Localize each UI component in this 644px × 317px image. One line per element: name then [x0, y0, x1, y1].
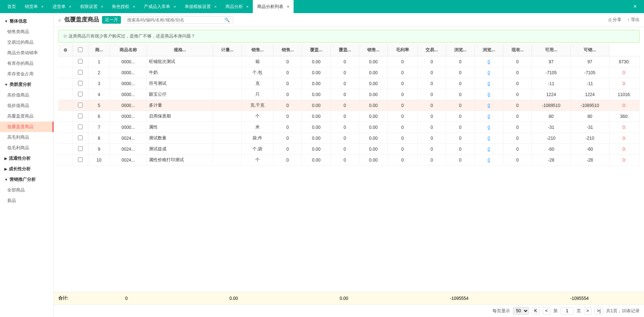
row-checkbox[interactable] — [78, 146, 83, 151]
name-column-header[interactable]: 商品名称 — [110, 44, 147, 56]
gross-column-header[interactable]: 毛利率 — [388, 44, 417, 56]
browse-link[interactable]: 0 — [488, 70, 490, 75]
nav-tab-analysis[interactable]: 商品分析 × — [221, 0, 253, 13]
row-browse1[interactable]: 0 — [475, 144, 503, 155]
row-checkbox[interactable] — [78, 135, 83, 140]
row-cell-6: 0 — [446, 89, 474, 100]
nav-tab-permissions[interactable]: 权限设置 × — [76, 0, 108, 13]
browse-link[interactable]: 0 — [488, 147, 490, 152]
header-actions: ⎙ 分享 ↑ 导出 — [609, 17, 640, 23]
browse-link[interactable]: 0 — [488, 92, 490, 97]
row-checkbox[interactable] — [78, 157, 83, 162]
sidebar-section-circulation[interactable]: ▶ 流通性分析 — [0, 153, 54, 164]
sidebar-item-low-coverage[interactable]: 低覆盖度商品 — [0, 122, 54, 132]
sidebar-collapse-button[interactable]: « — [58, 17, 61, 23]
sidebar-item-all-goods[interactable]: 全部商品 — [0, 185, 54, 195]
nav-tab-analysis-list[interactable]: 商品分析列表 × — [253, 0, 294, 13]
prev-page-button[interactable]: < — [543, 307, 550, 314]
row-browse1[interactable]: 0 — [475, 133, 503, 144]
stock1-column-header[interactable]: 现有... — [503, 44, 531, 56]
row-checkbox[interactable] — [78, 81, 83, 86]
sidebar-item-low-value[interactable]: 低价值商品 — [0, 100, 54, 111]
sidebar-item-low-profit[interactable]: 低毛利商品 — [0, 143, 54, 153]
stock2-column-header[interactable]: 可用... — [532, 44, 570, 56]
close-icon[interactable]: × — [287, 4, 289, 9]
browse-link[interactable]: 0 — [488, 158, 490, 163]
browse-link[interactable]: 0 — [488, 136, 490, 141]
close-icon[interactable]: × — [173, 4, 176, 9]
browse-link[interactable]: 0 — [488, 81, 490, 86]
row-checkbox[interactable] — [78, 103, 83, 107]
row-browse1[interactable]: 0 — [475, 100, 503, 111]
select-all-checkbox[interactable] — [78, 47, 83, 52]
export-button[interactable]: ↑ 导出 — [627, 17, 640, 23]
sidebar-item-high-coverage[interactable]: 高覆盖度商品 — [0, 111, 54, 122]
sellable-column-header[interactable]: 可销... — [570, 44, 609, 56]
nav-tab-warehouse[interactable]: 产成品入库单 × — [140, 0, 180, 13]
code-column-header[interactable]: 商... — [89, 44, 110, 56]
nav-tab-purchase[interactable]: 进货单 × — [48, 0, 76, 13]
sidebar-item-high-value[interactable]: 高价值商品 — [0, 90, 54, 100]
browse2-column-header[interactable]: 浏览... — [475, 44, 503, 56]
browse-link[interactable]: 0 — [488, 59, 490, 64]
sidebar-item-high-profit[interactable]: 高毛利商品 — [0, 132, 54, 143]
browse-link[interactable]: 0 — [488, 114, 490, 119]
row-checkbox[interactable] — [78, 70, 83, 75]
spec-column-header[interactable]: 规格... — [147, 44, 213, 56]
nav-tab-sales[interactable]: 销货单 × — [20, 0, 48, 13]
close-icon[interactable]: × — [101, 4, 103, 9]
sidebar-item-new-goods[interactable]: 新品 — [0, 195, 54, 206]
close-all-button[interactable]: × — [629, 3, 641, 10]
settings-column-header[interactable]: ⚙ — [58, 44, 72, 56]
search-input[interactable] — [127, 17, 223, 23]
sidebar-item-sales-goods[interactable]: 销售类商品 — [0, 27, 54, 37]
row-cell-5: 0 — [417, 133, 446, 144]
row-browse1[interactable]: 0 — [475, 111, 503, 122]
share-button[interactable]: ⎙ 分享 — [609, 17, 621, 23]
row-browse1[interactable]: 0 — [475, 56, 503, 67]
row-checkbox[interactable] — [78, 114, 83, 118]
sidebar-item-traded-goods[interactable]: 交易过的商品 — [0, 37, 54, 48]
row-browse1[interactable]: 0 — [475, 155, 503, 166]
close-icon[interactable]: × — [133, 4, 135, 9]
close-icon[interactable]: × — [246, 4, 248, 9]
sidebar-item-capital[interactable]: 库存资金占用 — [0, 69, 54, 79]
row-checkbox[interactable] — [78, 124, 83, 129]
row-code: 0000... — [110, 100, 147, 111]
sales1-column-header[interactable]: 销售... — [242, 44, 273, 56]
close-icon[interactable]: × — [41, 4, 43, 9]
page-input[interactable] — [561, 307, 574, 314]
sidebar-item-stocked-goods[interactable]: 有库存的商品 — [0, 58, 54, 69]
sidebar-section-marketing[interactable]: ▼ 营销推广分析 — [0, 174, 54, 185]
row-browse1[interactable]: 0 — [475, 78, 503, 89]
close-icon[interactable]: × — [214, 4, 216, 9]
row-checkbox[interactable] — [78, 59, 83, 64]
unit-column-header[interactable]: 计量... — [213, 44, 242, 56]
sidebar-section-growth[interactable]: ▶ 成长性分析 — [0, 164, 54, 174]
sidebar-item-category-rate[interactable]: 商品分类动销率 — [0, 48, 54, 58]
sidebar-section-overview[interactable]: ▼ 整体信息 — [0, 16, 54, 27]
nav-tab-template[interactable]: 单据模板设置 × — [180, 0, 221, 13]
last-page-button[interactable]: >| — [594, 307, 603, 314]
trade-column-header[interactable]: 交易... — [417, 44, 446, 56]
row-browse1[interactable]: 0 — [475, 89, 503, 100]
close-icon[interactable]: × — [69, 4, 71, 9]
sidebar-section-cluster[interactable]: ▼ 类群度分析 — [0, 79, 54, 90]
browse-link[interactable]: 0 — [488, 125, 490, 130]
cov1-column-header[interactable]: 覆盖... — [302, 44, 330, 56]
cov2-column-header[interactable]: 覆盖... — [330, 44, 359, 56]
row-checkbox[interactable] — [78, 92, 83, 96]
row-browse1[interactable]: 0 — [475, 122, 503, 133]
sales3-column-header[interactable]: 销售... — [359, 44, 388, 56]
page-size-select[interactable]: 50 — [513, 307, 529, 315]
row-browse1[interactable]: 0 — [475, 67, 503, 78]
browse-link[interactable]: 0 — [488, 103, 490, 108]
sales2-column-header[interactable]: 销售... — [273, 44, 302, 56]
time-filter-button[interactable]: 近一月 — [102, 16, 121, 24]
browse1-column-header[interactable]: 浏览... — [446, 44, 474, 56]
nav-tab-roles[interactable]: 角色授权 × — [107, 0, 140, 13]
checkbox-column-header[interactable] — [72, 44, 88, 56]
next-page-button[interactable]: > — [584, 307, 592, 314]
nav-tab-home[interactable]: 首页 — [3, 0, 20, 13]
first-page-button[interactable]: K — [532, 307, 540, 314]
